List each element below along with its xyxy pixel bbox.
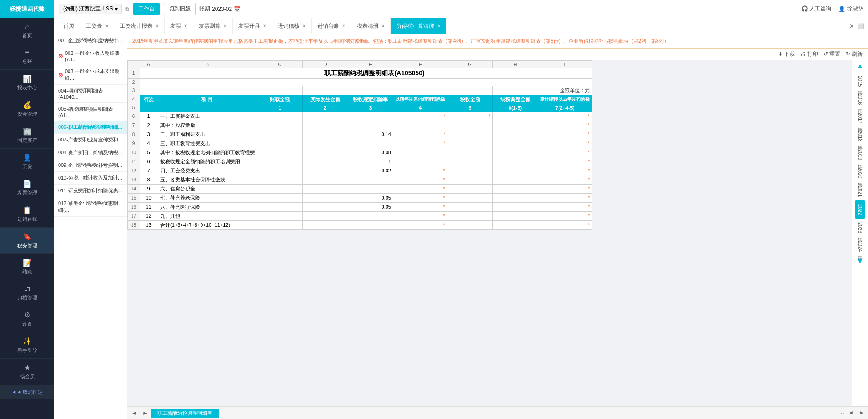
report-item-004[interactable]: 004-期间费用明细表(A1040... bbox=[54, 85, 127, 103]
year-2017[interactable]: 2017年 bbox=[855, 109, 865, 127]
cell-F[interactable]: * bbox=[393, 202, 447, 211]
cell-G[interactable]: * bbox=[447, 112, 493, 121]
cell-I[interactable]: * bbox=[538, 202, 592, 211]
cell-F[interactable]: * bbox=[393, 175, 447, 184]
user-menu[interactable]: 👤 徐淑华 bbox=[839, 5, 863, 13]
sheet-more-btn[interactable]: ⋯ bbox=[838, 409, 844, 417]
cell-D[interactable] bbox=[303, 148, 348, 157]
cell-H[interactable] bbox=[493, 175, 538, 184]
cell-H[interactable] bbox=[493, 166, 538, 175]
report-item-006[interactable]: 006-职工薪酬纳税调整明细... bbox=[54, 121, 127, 134]
cell-C[interactable] bbox=[257, 175, 303, 184]
cell-C[interactable] bbox=[257, 112, 303, 121]
cell-H3[interactable] bbox=[493, 86, 538, 95]
cell-F[interactable]: * bbox=[393, 166, 447, 175]
year-2015[interactable]: 2015年 bbox=[855, 72, 865, 90]
cell-E[interactable] bbox=[348, 184, 393, 193]
report-item-001[interactable]: 001-企业所得税年度纳税申... bbox=[54, 34, 127, 47]
cell-A2[interactable] bbox=[140, 78, 157, 86]
sidebar-item-tax[interactable]: 🔖 税务管理 bbox=[0, 228, 54, 254]
cell-H[interactable] bbox=[493, 130, 538, 139]
cell-F[interactable]: * bbox=[393, 184, 447, 193]
cell-F[interactable]: * bbox=[393, 130, 447, 139]
sheet-tab-main[interactable]: 职工薪酬纳税调整明细表 bbox=[151, 409, 219, 418]
cell-H[interactable] bbox=[493, 193, 538, 202]
tab-prev-icon[interactable]: ✕ bbox=[849, 23, 854, 29]
workspace-button[interactable]: 工作台 bbox=[133, 3, 160, 15]
reset-button[interactable]: ↺ 重置 bbox=[824, 50, 840, 58]
cell-C[interactable] bbox=[257, 220, 303, 229]
cell-H[interactable] bbox=[493, 220, 538, 229]
report-item-012[interactable]: 012-减免企业所得税优惠明细(... bbox=[54, 197, 127, 217]
year-2019[interactable]: 2019年 bbox=[855, 146, 865, 164]
sidebar-item-settings[interactable]: ⚙ 设置 bbox=[0, 306, 54, 332]
cell-G[interactable] bbox=[447, 121, 493, 130]
year-2016[interactable]: 2016年 bbox=[855, 90, 865, 108]
cell-I[interactable]: * bbox=[538, 193, 592, 202]
cell-E[interactable]: 0.14 bbox=[348, 130, 393, 139]
tab-close-icon[interactable]: ✕ bbox=[184, 24, 187, 29]
tab-payroll-report[interactable]: 工资统计报表 ✕ bbox=[114, 18, 165, 34]
cell-E[interactable] bbox=[348, 211, 393, 220]
cell-E[interactable]: 1 bbox=[348, 157, 393, 166]
tab-close-icon[interactable]: ✕ bbox=[223, 24, 227, 29]
cell-I[interactable]: * bbox=[538, 166, 592, 175]
sidebar-item-finance[interactable]: 💰 资金管理 bbox=[0, 96, 54, 122]
tab-close-icon[interactable]: ✕ bbox=[155, 24, 159, 29]
cell-D[interactable] bbox=[303, 202, 348, 211]
tab-home[interactable]: 首页 bbox=[58, 18, 80, 34]
cell-D[interactable] bbox=[303, 139, 348, 148]
cell-F3[interactable] bbox=[393, 86, 447, 95]
tab-close-icon[interactable]: ✕ bbox=[105, 24, 108, 29]
year-2020[interactable]: 2020年 bbox=[855, 164, 865, 182]
cell-B3[interactable] bbox=[157, 86, 257, 95]
cell-C[interactable] bbox=[257, 148, 303, 157]
cell-A3[interactable] bbox=[140, 86, 157, 95]
cell-I[interactable]: * bbox=[538, 211, 592, 220]
sidebar-item-reports[interactable]: 📊 报表中心 bbox=[0, 70, 54, 96]
cell-D[interactable] bbox=[303, 130, 348, 139]
scroll-right-icon[interactable]: ◄ bbox=[846, 409, 855, 417]
print-button[interactable]: 🖨 打印 bbox=[800, 50, 818, 58]
cell-E[interactable] bbox=[348, 112, 393, 121]
cell-G[interactable] bbox=[447, 184, 493, 193]
cell-I[interactable]: * bbox=[538, 112, 592, 121]
sidebar-item-guide[interactable]: ✨ 新手引导 bbox=[0, 332, 54, 359]
tab-income-tax[interactable]: 所得税汇算清缴 ✕ bbox=[391, 18, 446, 34]
cell-D[interactable] bbox=[303, 121, 348, 130]
cell-E[interactable]: 0.08 bbox=[348, 148, 393, 157]
cell-G[interactable] bbox=[447, 157, 493, 166]
tab-close-icon[interactable]: ✕ bbox=[342, 24, 345, 29]
cell-D[interactable] bbox=[303, 220, 348, 229]
scroll-far-right-icon[interactable]: ► bbox=[857, 409, 866, 417]
cell-D3[interactable] bbox=[303, 86, 348, 95]
cell-E[interactable] bbox=[348, 220, 393, 229]
cell-E[interactable]: 0.05 bbox=[348, 202, 393, 211]
cell-I[interactable]: * bbox=[538, 220, 592, 229]
cell-E[interactable] bbox=[348, 139, 393, 148]
sidebar-item-assets[interactable]: 🏢 固定资产 bbox=[0, 122, 54, 149]
cell-F[interactable]: * bbox=[393, 112, 447, 121]
tab-invoice-issue[interactable]: 发票开具 ✕ bbox=[233, 18, 272, 34]
cell-I[interactable]: * bbox=[538, 148, 592, 157]
refresh-button[interactable]: ↻ 刷新 bbox=[846, 50, 863, 58]
cell-G[interactable] bbox=[447, 220, 493, 229]
cell-I[interactable]: * bbox=[538, 139, 592, 148]
sheet-nav-next[interactable]: ► bbox=[140, 410, 151, 416]
cell-E[interactable] bbox=[348, 175, 393, 184]
sidebar-item-home[interactable]: ⌂ 首页 bbox=[0, 18, 54, 44]
tab-invoice[interactable]: 发票 ✕ bbox=[165, 18, 193, 34]
copy-icon[interactable]: ⧉ bbox=[125, 6, 129, 12]
tab-purchase-ledger[interactable]: 进销台账 ✕ bbox=[312, 18, 351, 34]
cell-F[interactable] bbox=[393, 121, 447, 130]
year-2023[interactable]: 2023年 bbox=[855, 219, 865, 237]
download-button[interactable]: ⬇ 下载 bbox=[778, 50, 795, 58]
cell-G3[interactable] bbox=[447, 86, 493, 95]
cell-I[interactable]: * bbox=[538, 175, 592, 184]
report-item-010[interactable]: 010-免税、减计收入及加计... bbox=[54, 172, 127, 185]
cell-D[interactable] bbox=[303, 175, 348, 184]
cell-E[interactable]: 0.05 bbox=[348, 193, 393, 202]
cell-I[interactable]: * bbox=[538, 130, 592, 139]
cell-F[interactable] bbox=[393, 157, 447, 166]
cell-C[interactable] bbox=[257, 130, 303, 139]
